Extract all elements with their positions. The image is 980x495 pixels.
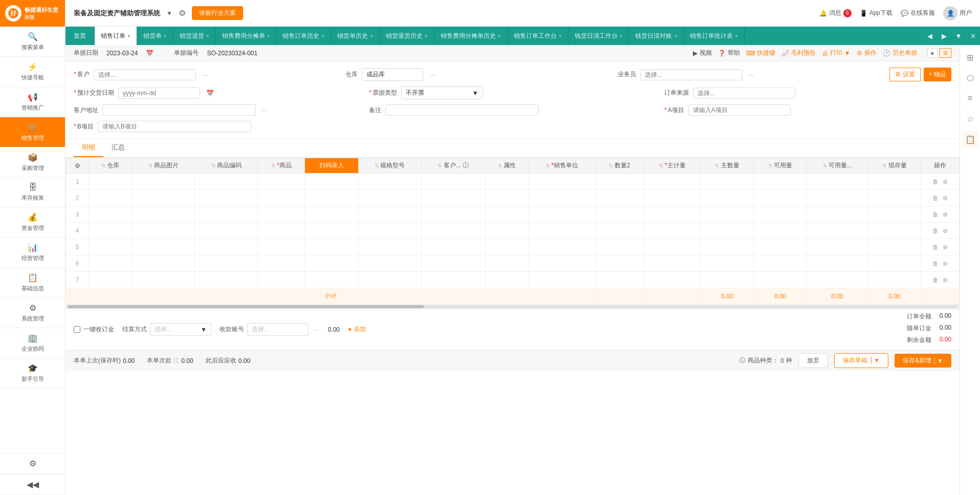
cell-goods[interactable] [258, 223, 305, 239]
delete-icon[interactable]: 🗑 [932, 276, 939, 284]
cell-spec[interactable] [358, 255, 421, 272]
cell-main-unit[interactable] [644, 190, 701, 206]
warehouse-ellipsis[interactable]: ··· [429, 71, 435, 79]
cell-customer-code[interactable] [421, 255, 485, 272]
tab-prev-arrow[interactable]: ◀ [923, 27, 937, 45]
tab-home[interactable]: 首页 [66, 27, 95, 45]
cell-code[interactable] [195, 223, 258, 239]
cell-spec[interactable] [358, 272, 421, 288]
view-btn[interactable]: ▶ 视频 [693, 49, 712, 57]
cell-available2[interactable] [807, 190, 868, 206]
cell-scan[interactable] [305, 223, 359, 239]
cell-unit[interactable] [529, 223, 595, 239]
cell-main-unit[interactable] [644, 255, 701, 272]
customer-ellipsis[interactable]: ··· [202, 71, 208, 79]
th-spec[interactable]: ⇅ 规格型号 [358, 158, 421, 174]
cell-stock[interactable] [868, 206, 921, 223]
settle-method-select[interactable]: 选择... ▼ [150, 323, 211, 336]
th-customer-code[interactable]: ⇅ 客户... ⓘ [421, 158, 485, 174]
cell-customer-code[interactable] [421, 239, 485, 255]
cell-attribute[interactable] [485, 272, 528, 288]
sidebar-item-inventory[interactable]: 🗄 库存核算 [0, 178, 65, 207]
cell-available2[interactable] [807, 272, 868, 288]
cell-spec[interactable] [358, 206, 421, 223]
cell-spec[interactable] [358, 239, 421, 255]
sidebar-item-settings[interactable]: ⚙ [0, 453, 65, 474]
cell-goods[interactable] [258, 190, 305, 206]
cell-scan[interactable] [305, 272, 359, 288]
help-btn[interactable]: ❓ 帮助 [718, 49, 740, 57]
calendar-icon[interactable]: 📅 [146, 50, 154, 57]
cell-warehouse[interactable] [89, 272, 132, 288]
cell-unit[interactable] [529, 174, 595, 190]
cell-attribute[interactable] [485, 206, 528, 223]
cell-image[interactable] [132, 206, 195, 223]
cell-image[interactable] [132, 223, 195, 239]
notifications-item[interactable]: 🔔 消息 9 [819, 9, 852, 17]
cell-available[interactable] [754, 239, 807, 255]
cell-customer-code[interactable] [421, 174, 485, 190]
address-ellipsis[interactable]: ··· [262, 106, 268, 114]
cell-customer-code[interactable] [421, 272, 485, 288]
cell-goods[interactable] [258, 239, 305, 255]
cell-available[interactable] [754, 255, 807, 272]
sidebar-item-search[interactable]: 🔍 搜索菜单 [0, 27, 65, 57]
tab-close-icon[interactable]: × [674, 33, 677, 39]
cell-customer-code[interactable] [421, 223, 485, 239]
sidebar-item-finance[interactable]: 💰 资金管理 [0, 207, 65, 238]
cell-code[interactable] [195, 239, 258, 255]
right-sidebar-grid[interactable]: ⊞ [962, 49, 978, 66]
user-item[interactable]: 👤 用户 [943, 6, 972, 20]
cell-unit[interactable] [529, 206, 595, 223]
th-main-unit[interactable]: ⇅ *主计量 [644, 158, 701, 174]
tab-close-icon[interactable]: × [425, 33, 428, 39]
detail-tab-detail[interactable]: 明细 [74, 139, 103, 157]
cell-main-qty[interactable] [701, 239, 754, 255]
tab-close-icon[interactable]: × [267, 33, 270, 39]
cell-available[interactable] [754, 174, 807, 190]
tab-close-icon[interactable]: × [620, 33, 623, 39]
cell-attribute[interactable] [485, 239, 528, 255]
th-image[interactable]: ⇅ 商品图片 [132, 158, 195, 174]
th-main-qty[interactable]: ⇅ 主数量 [701, 158, 754, 174]
cell-qty2[interactable] [595, 223, 644, 239]
cell-available2[interactable] [807, 174, 868, 190]
cell-main-qty[interactable] [701, 174, 754, 190]
cell-main-qty[interactable] [701, 272, 754, 288]
cell-code[interactable] [195, 206, 258, 223]
cell-main-qty[interactable] [701, 223, 754, 239]
sidebar-item-sales[interactable]: 🛒 销售管理 [0, 117, 65, 147]
add-btn[interactable]: ● 添加 [348, 325, 366, 334]
calendar-icon[interactable]: 📅 [206, 90, 214, 97]
cell-available[interactable] [754, 190, 807, 206]
cell-scan[interactable] [305, 255, 359, 272]
tab-sales-expense[interactable]: 销售费用分摊单 × [216, 27, 277, 45]
add-goods-btn[interactable]: + 物品 [924, 68, 951, 81]
cell-available[interactable] [754, 206, 807, 223]
copy-icon[interactable]: ⊕ [943, 211, 948, 218]
cell-available2[interactable] [807, 239, 868, 255]
tab-close-icon[interactable]: × [127, 33, 130, 39]
th-unit[interactable]: ⇅ *销售单位 [529, 158, 595, 174]
delivery-date-input[interactable] [118, 88, 200, 99]
cell-code[interactable] [195, 174, 258, 190]
cell-available2[interactable] [807, 206, 868, 223]
cell-available2[interactable] [807, 255, 868, 272]
tab-close-icon[interactable]: × [164, 33, 167, 39]
th-available2[interactable]: ⇅ 可用量... [807, 158, 868, 174]
collect-account-select[interactable]: 选择... [247, 323, 309, 336]
cell-attribute[interactable] [485, 190, 528, 206]
tab-sales-order-workbench[interactable]: 销售订单工作台 × [508, 27, 569, 45]
cell-spec[interactable] [358, 223, 421, 239]
tab-daily-workbench[interactable]: 钱货日清工作台 × [569, 27, 629, 45]
sidebar-item-collapse[interactable]: ◀◀ [0, 474, 65, 495]
actions-btn[interactable]: ⚙ 操作 [857, 49, 877, 57]
cell-attribute[interactable] [485, 174, 528, 190]
shortcut-btn[interactable]: ⌨ 快捷键 [746, 49, 775, 57]
cell-goods[interactable] [258, 206, 305, 223]
cell-image[interactable] [132, 190, 195, 206]
right-sidebar-code[interactable]: 📋 [962, 131, 978, 147]
th-available[interactable]: ⇅ 可用量 [754, 158, 807, 174]
cell-code[interactable] [195, 272, 258, 288]
topbar-settings-icon[interactable]: ⚙ [179, 8, 186, 18]
